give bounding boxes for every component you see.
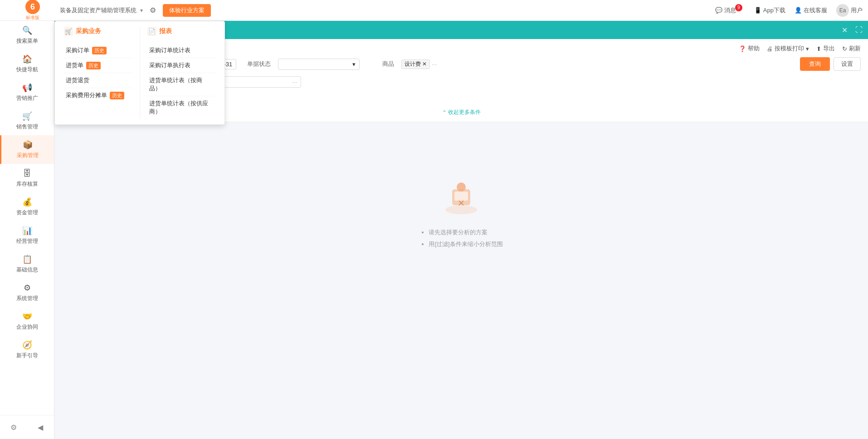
export-button[interactable]: ⬆ 导出 xyxy=(816,44,835,53)
sidebar-label-search: 搜索菜单 xyxy=(16,37,38,45)
app-download-button[interactable]: 📱 App下载 xyxy=(754,6,785,15)
purchase-dropdown-menu: 🛒 采购业务 采购订单 历史 进货单 历史 进货退货 采购费用分摊单 历史 📄 … xyxy=(54,21,225,125)
sidebar-item-sales[interactable]: 🛒 销售管理 xyxy=(0,107,54,135)
dropdown-item-cost-label: 采购费用分摊单 xyxy=(66,91,107,99)
print-button[interactable]: 🖨 按模板打印 ▾ xyxy=(767,44,809,53)
tab-close-window-button[interactable]: ✕ xyxy=(839,25,850,35)
goods-tag[interactable]: 设计费 ✕ xyxy=(401,59,430,69)
help-label: 帮助 xyxy=(748,44,760,53)
title-dropdown-icon[interactable]: ▾ xyxy=(140,7,143,14)
search-icon: 🔍 xyxy=(22,25,32,35)
report-col-icon: 📄 xyxy=(147,27,156,36)
collapse-label: 收起更多条件 xyxy=(448,109,481,116)
help-icon: ❓ xyxy=(739,45,746,52)
refresh-icon: ↻ xyxy=(842,45,847,52)
empty-illustration xyxy=(439,176,484,221)
history-badge-3: 历史 xyxy=(110,92,124,99)
sidebar-collapse-button[interactable]: ◀ xyxy=(33,420,48,434)
sidebar-label-finance: 资金管理 xyxy=(16,209,38,217)
home-icon: 🏠 xyxy=(22,54,32,64)
sidebar-item-purchase[interactable]: 📦 采购管理 xyxy=(0,135,54,164)
dropdown-col-purchase: 🛒 采购业务 采购订单 历史 进货单 历史 进货退货 采购费用分摊单 历史 xyxy=(60,27,136,119)
sidebar-item-finance[interactable]: 💰 资金管理 xyxy=(0,192,54,221)
sidebar-item-guide[interactable]: 🧭 新手引导 xyxy=(0,335,54,364)
message-button[interactable]: 💬 消息 9 xyxy=(715,6,745,15)
sidebar-item-search[interactable]: 🔍 搜索菜单 xyxy=(0,21,54,49)
dropdown-col1-title: 🛒 采购业务 xyxy=(64,27,132,39)
help-button[interactable]: ❓ 帮助 xyxy=(739,44,760,53)
message-badge: 9 xyxy=(735,4,742,11)
sidebar-item-basic[interactable]: 📋 基础信息 xyxy=(0,250,54,278)
sidebar-label-operation: 经营管理 xyxy=(16,237,38,245)
message-icon: 💬 xyxy=(715,7,722,14)
dropdown-item-inbound-supplier[interactable]: 进货单统计表（按供应商） xyxy=(147,96,216,119)
user-label: 用户 xyxy=(851,6,863,15)
dropdown-col2-label: 报表 xyxy=(159,27,172,35)
dropdown-col1-label: 采购业务 xyxy=(76,27,101,35)
goods-more-btn[interactable]: ··· xyxy=(432,61,437,68)
dropdown-item-cost[interactable]: 采购费用分摊单 历史 xyxy=(64,88,132,103)
dropdown-item-inbound-label: 进货单 xyxy=(66,61,83,69)
sidebar-label-quick: 快捷导航 xyxy=(16,66,38,74)
status-label: 单据状态 xyxy=(244,60,271,68)
dropdown-item-return-label: 进货退货 xyxy=(66,76,89,84)
inventory-icon: 🗄 xyxy=(22,168,32,178)
status-dropdown-icon: ▾ xyxy=(352,61,356,68)
refresh-label: 刷新 xyxy=(849,44,861,53)
collapse-button[interactable]: ⌃ 收起更多条件 xyxy=(442,109,481,116)
system-title: 装备及固定资产辅助管理系统 xyxy=(60,6,137,15)
query-button[interactable]: 查询 xyxy=(800,57,830,71)
system-icon: ⚙ xyxy=(22,283,32,293)
goods-tag-close-icon[interactable]: ✕ xyxy=(422,61,427,67)
export-icon: ⬆ xyxy=(816,45,821,52)
avatar: Ea xyxy=(836,4,849,17)
dropdown-item-inbound[interactable]: 进货单 历史 xyxy=(64,58,132,73)
setup-button[interactable]: 设置 xyxy=(834,57,861,71)
user-button[interactable]: Ea 用户 xyxy=(836,4,863,17)
phone-icon: 📱 xyxy=(754,7,761,14)
service-icon: 👤 xyxy=(795,7,802,14)
enterprise-icon: 🤝 xyxy=(22,311,32,321)
dropdown-item-inbound-goods[interactable]: 进货单统计表（按商品） xyxy=(147,73,216,96)
logo-sub: 标准版 xyxy=(26,15,39,21)
sidebar-label-sales: 销售管理 xyxy=(16,123,38,131)
industry-button[interactable]: 体验行业方案 xyxy=(163,4,211,17)
print-dropdown-icon: ▾ xyxy=(806,45,809,52)
sidebar-item-operation[interactable]: 📊 经营管理 xyxy=(0,221,54,250)
refresh-button[interactable]: ↻ 刷新 xyxy=(842,44,861,53)
finance-icon: 💰 xyxy=(22,197,32,207)
dropdown-item-purchase-order[interactable]: 采购订单 历史 xyxy=(64,43,132,58)
message-label: 消息 xyxy=(724,6,736,15)
sidebar-item-quick[interactable]: 🏠 快捷导航 xyxy=(0,49,54,78)
print-label: 按模板打印 xyxy=(775,44,804,53)
dropdown-item-order-stats-label: 采购订单统计表 xyxy=(149,46,190,54)
staff-more-icon: ··· xyxy=(292,79,297,85)
app-label: App下载 xyxy=(763,6,785,15)
sidebar-settings-button[interactable]: ⚙ xyxy=(6,420,21,434)
print-icon: 🖨 xyxy=(767,45,773,52)
settings-icon[interactable]: ⚙ xyxy=(146,4,159,17)
dropdown-col2-title: 📄 报表 xyxy=(147,27,216,39)
empty-state: 请先选择要分析的方案 用[过滤]条件来缩小分析范围 xyxy=(54,122,868,304)
history-badge-2: 历史 xyxy=(86,62,101,69)
sidebar-item-marketing[interactable]: 📢 营销推广 xyxy=(0,78,54,107)
dropdown-item-return[interactable]: 进货退货 xyxy=(64,73,132,88)
sidebar-label-guide: 新手引导 xyxy=(16,352,38,360)
svg-point-3 xyxy=(457,183,466,192)
status-select[interactable]: ▾ xyxy=(278,59,360,70)
dropdown-item-order-stats[interactable]: 采购订单统计表 xyxy=(147,43,216,58)
goods-tag-label: 设计费 xyxy=(405,60,421,68)
staff-select[interactable]: ··· xyxy=(219,76,301,88)
svg-point-0 xyxy=(445,205,477,214)
sidebar-label-purchase: 采购管理 xyxy=(17,152,39,159)
dropdown-item-inbound-supplier-label: 进货单统计表（按供应商） xyxy=(149,99,214,116)
tab-maximize-button[interactable]: ⛶ xyxy=(853,25,864,35)
sidebar-item-inventory[interactable]: 🗄 库存核算 xyxy=(0,164,54,192)
query-actions: 查询 设置 xyxy=(444,57,861,71)
sidebar-item-enterprise[interactable]: 🤝 企业协同 xyxy=(0,307,54,335)
logo-icon: 6 xyxy=(25,0,40,14)
sidebar-item-system[interactable]: ⚙ 系统管理 xyxy=(0,278,54,307)
online-service-button[interactable]: 👤 在线客服 xyxy=(795,6,827,15)
sidebar: 🔍 搜索菜单 🏠 快捷导航 📢 营销推广 🛒 销售管理 📦 采购管理 🗄 库存核… xyxy=(0,21,54,439)
dropdown-item-order-exec[interactable]: 采购订单执行表 xyxy=(147,58,216,73)
